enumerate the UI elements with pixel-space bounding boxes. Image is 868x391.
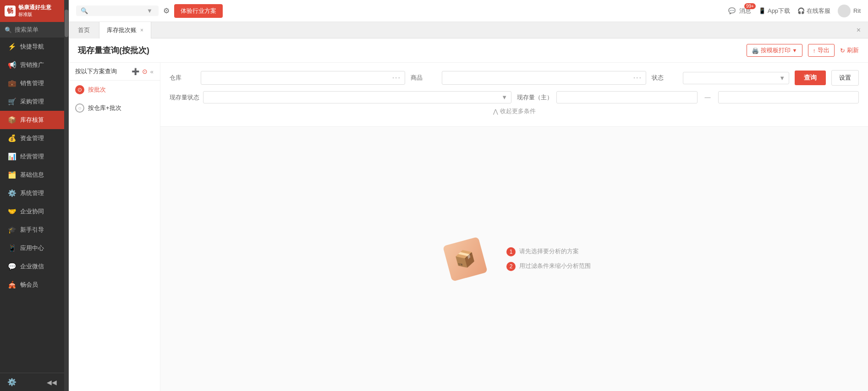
collapse-up-icon: ⋀ xyxy=(493,108,498,115)
sidebar-item-marketing[interactable]: 📢 营销推广 xyxy=(0,56,64,74)
sidebar-item-label: 应用中心 xyxy=(20,244,44,252)
sidebar-footer: ⚙️ ◀◀ xyxy=(0,373,64,391)
app-download-btn[interactable]: 📱 App下载 xyxy=(758,7,790,15)
sidebar-item-operations[interactable]: 📊 经营管理 xyxy=(0,147,64,166)
tab-close-button[interactable]: × xyxy=(140,22,143,38)
empty-tips: 1 请先选择要分析的方案 2 用过滤条件来缩小分析范围 xyxy=(506,247,591,271)
status-field: 状态 ▼ xyxy=(652,72,789,84)
sidebar-item-label: 畅会员 xyxy=(20,281,38,289)
topbar-dropdown-icon[interactable]: ▼ xyxy=(147,7,153,14)
sidebar-item-purchase[interactable]: 🛒 采购管理 xyxy=(0,92,64,111)
tab-label: 库存批次账 xyxy=(107,22,137,38)
collapse-sidebar-button[interactable]: ◀◀ xyxy=(47,379,57,386)
search-menu[interactable]: 🔍 搜索菜单 xyxy=(0,22,64,38)
sidebar-scrollbar-track[interactable] xyxy=(64,0,69,391)
goods-input-wrap[interactable]: ··· xyxy=(442,71,646,85)
sidebar-item-shortcuts[interactable]: ⚡ 快捷导航 xyxy=(0,38,64,56)
warehouse-field: 仓库 ··· xyxy=(170,71,405,85)
plan-item-batch[interactable]: ⊙ 按批次 xyxy=(69,81,160,99)
plan-item-warehouse-batch[interactable]: ○ 按仓库+批次 xyxy=(69,99,160,117)
qty-to-wrap[interactable] xyxy=(718,91,859,103)
left-panel-header: 按以下方案查询 ➕ ⊙ « xyxy=(69,63,160,81)
settings-button[interactable]: 设置 xyxy=(831,70,859,86)
sidebar-item-guide[interactable]: 🎓 新手引导 xyxy=(0,221,64,239)
topbar-search-area[interactable]: 🔍 ▼ xyxy=(76,5,159,16)
sidebar-item-apps[interactable]: 📱 应用中心 xyxy=(0,239,64,257)
status-select[interactable]: ▼ xyxy=(683,72,789,84)
qty-to-input[interactable] xyxy=(722,94,855,101)
experience-industry-button[interactable]: 体验行业方案 xyxy=(174,4,223,18)
messages-wrap[interactable]: 💬 99+ 消息 xyxy=(728,7,751,15)
add-plan-button[interactable]: ➕ xyxy=(132,68,139,75)
tab-home[interactable]: 首页 xyxy=(69,22,99,38)
purchase-icon: 🛒 xyxy=(7,98,16,106)
plan-icon-outline: ○ xyxy=(75,103,84,113)
settings-plan-button[interactable]: ⊙ xyxy=(142,68,148,75)
user-menu[interactable]: Rit xyxy=(838,5,861,17)
sidebar-item-label: 经营管理 xyxy=(20,152,44,161)
sidebar-item-system[interactable]: ⚙️ 系统管理 xyxy=(0,184,64,202)
sidebar-header: 畅 畅康通好生意 标准版 xyxy=(0,0,64,22)
topbar-gear-button[interactable]: ⚙ xyxy=(163,6,170,15)
query-button[interactable]: 查询 xyxy=(795,71,826,85)
sidebar-item-label: 快捷导航 xyxy=(20,43,44,51)
plan-label: 按仓库+批次 xyxy=(88,104,121,112)
sidebar-item-label: 营销推广 xyxy=(20,61,44,69)
goods-input[interactable] xyxy=(446,75,633,81)
inventory-status-label: 现存量状态 xyxy=(170,93,199,102)
template-dropdown-icon[interactable]: ▼ xyxy=(792,48,797,53)
collapse-more-label: 收起更多条件 xyxy=(500,107,536,115)
sidebar-item-wechat[interactable]: 💬 企业微信 xyxy=(0,257,64,276)
collapse-more-button[interactable]: ⋀ 收起更多条件 xyxy=(170,103,859,119)
goods-dots[interactable]: ··· xyxy=(633,74,642,82)
phone-icon: 📱 xyxy=(758,7,766,14)
plan-icon-active: ⊙ xyxy=(75,85,84,94)
sidebar-item-collab[interactable]: 🤝 企业协同 xyxy=(0,202,64,221)
app-download-label: App下载 xyxy=(768,7,790,15)
empty-illustration xyxy=(438,232,493,287)
sidebar-item-label: 系统管理 xyxy=(20,189,44,197)
sidebar-nav: ⚡ 快捷导航 📢 营销推广 💼 销售管理 🛒 采购管理 📦 库存核算 💰 资金管… xyxy=(0,38,64,373)
left-panel: 按以下方案查询 ➕ ⊙ « ⊙ 按批次 ○ 按仓库+批次 xyxy=(69,63,160,391)
sidebar-item-member[interactable]: 🎪 畅会员 xyxy=(0,276,64,294)
status-dropdown-arrow: ▼ xyxy=(779,75,785,81)
warehouse-input-wrap[interactable]: ··· xyxy=(201,71,405,85)
messages-badge: 99+ xyxy=(744,3,756,9)
sales-icon: 💼 xyxy=(7,79,16,87)
qty-from-input[interactable] xyxy=(560,94,693,101)
tab-close-right-button[interactable]: × xyxy=(849,22,868,38)
app-logo: 畅 xyxy=(5,5,16,16)
tab-inventory-batch[interactable]: 库存批次账 × xyxy=(99,22,151,38)
sidebar-item-finance[interactable]: 💰 资金管理 xyxy=(0,129,64,147)
sidebar-item-basic[interactable]: 🗂️ 基础信息 xyxy=(0,166,64,184)
qty-from-wrap[interactable] xyxy=(556,91,698,103)
member-icon: 🎪 xyxy=(7,281,16,289)
warehouse-dots[interactable]: ··· xyxy=(392,74,401,82)
qty-dash: — xyxy=(705,94,711,101)
empty-tip-2: 2 用过滤条件来缩小分析范围 xyxy=(506,262,591,271)
warehouse-input[interactable] xyxy=(205,75,392,81)
collapse-left-panel-button[interactable]: « xyxy=(150,68,154,75)
search-row-2: 现存量状态 ▼ 现存量（主） — xyxy=(170,91,859,103)
edition-label: 标准版 xyxy=(18,11,51,18)
online-service-label: 在线客服 xyxy=(807,7,830,15)
export-button[interactable]: ↑ 导出 xyxy=(808,44,835,57)
inventory-status-arrow: ▼ xyxy=(501,94,507,101)
sidebar-item-inventory[interactable]: 📦 库存核算 xyxy=(0,111,64,129)
topbar-search-input[interactable] xyxy=(90,7,145,14)
inventory-status-select[interactable]: ▼ xyxy=(203,91,511,103)
message-icon: 💬 xyxy=(728,7,736,14)
online-service-btn[interactable]: 🎧 在线客服 xyxy=(797,7,830,15)
search-menu-label: 搜索菜单 xyxy=(15,26,38,34)
page-title: 现存量查询(按批次) xyxy=(78,45,149,56)
settings-button[interactable]: ⚙️ xyxy=(7,378,16,386)
shortcuts-icon: ⚡ xyxy=(7,43,16,51)
template-print-button[interactable]: 🖨️ 按模板打印 ▼ xyxy=(747,44,802,57)
sidebar-item-sales[interactable]: 💼 销售管理 xyxy=(0,74,64,92)
sidebar-scrollbar-thumb[interactable] xyxy=(65,10,68,37)
refresh-button[interactable]: ↻ 刷新 xyxy=(840,46,859,54)
search-icon: 🔍 xyxy=(5,27,12,33)
qty-label: 现存量（主） xyxy=(517,93,553,102)
left-panel-actions: ➕ ⊙ « xyxy=(132,68,154,75)
inventory-icon: 📦 xyxy=(7,116,16,124)
